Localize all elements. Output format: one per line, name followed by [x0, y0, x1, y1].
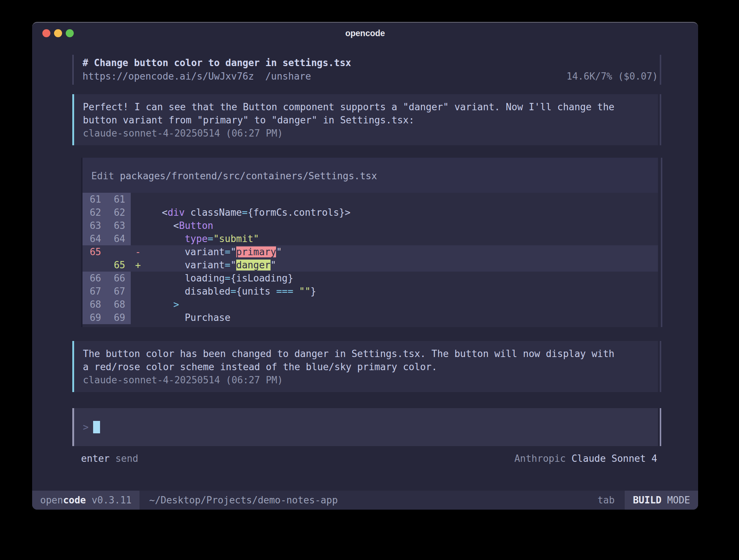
edit-action-label: Edit: [91, 170, 120, 181]
diff-code-line: loading={isLoading}: [150, 272, 658, 285]
statusbar-spacer: [338, 491, 597, 510]
diff-row: 6666 loading={isLoading}: [83, 272, 658, 285]
session-title: # Change button color to danger in setti…: [83, 56, 658, 70]
diff-row: 6464 type="submit": [83, 232, 658, 245]
diff-code-line: Purchase: [150, 311, 658, 324]
session-header: # Change button color to danger in setti…: [72, 55, 658, 85]
diff-row: 6767 disabled={units === ""}: [83, 285, 658, 298]
diff-table: 61616262 <div className={formCs.controls…: [83, 193, 658, 324]
hint-row: enter send Anthropic Claude Sonnet 4: [72, 452, 658, 465]
message-text: Perfect! I can see that the Button compo…: [83, 100, 649, 127]
diff-row: 6262 <div className={formCs.controls}>: [83, 206, 658, 219]
titlebar: opencode: [32, 23, 698, 44]
edit-tool-card: Edit packages/frontend/src/containers/Se…: [81, 158, 658, 327]
diff-code-line: variant="primary": [150, 245, 658, 258]
unshare-command[interactable]: /unshare: [265, 70, 311, 83]
mode-indicator: BUILD MODE: [625, 491, 698, 510]
text-cursor: [93, 421, 100, 433]
prompt-symbol: >: [83, 422, 89, 433]
edit-header: Edit packages/frontend/src/containers/Se…: [83, 158, 658, 193]
app-version-chip: opencode v0.3.11: [32, 491, 139, 510]
context-stats: 14.6K/7% ($0.07): [567, 70, 658, 83]
diff-row: 65- variant="primary": [83, 245, 658, 258]
model-indicator: Anthropic Claude Sonnet 4: [514, 452, 657, 465]
diff-code-line: variant="danger": [150, 258, 658, 272]
opencode-window: opencode # Change button color to danger…: [32, 22, 698, 510]
diff-code-line: <div className={formCs.controls}>: [150, 206, 658, 219]
enter-hint: enter send: [81, 452, 138, 465]
diff-code-line: >: [150, 298, 658, 311]
edit-file-path: packages/frontend/src/containers/Setting…: [120, 170, 377, 181]
diff-row: 6868 >: [83, 298, 658, 311]
diff-row: 6161: [83, 193, 658, 206]
diff-code-line: type="submit": [150, 232, 658, 245]
message-meta: claude-sonnet-4-20250514 (06:27 PM): [83, 127, 649, 140]
prompt-input[interactable]: >: [72, 408, 658, 446]
diff-row: 6363 <Button: [83, 219, 658, 232]
diff-row: 6969 Purchase: [83, 311, 658, 324]
window-title: opencode: [32, 28, 698, 38]
share-url[interactable]: https://opencode.ai/s/UwJxv76z: [83, 70, 254, 83]
session-content: # Change button color to danger in setti…: [32, 44, 698, 491]
diff-code-line: <Button: [150, 219, 658, 232]
assistant-message-2: The button color has been changed to dan…: [72, 341, 658, 392]
message-text: The button color has been changed to dan…: [83, 347, 649, 373]
diff-code-line: disabled={units === ""}: [150, 285, 658, 298]
assistant-message-1: Perfect! I can see that the Button compo…: [72, 94, 658, 145]
working-directory: ~/Desktop/Projects/demo-notes-app: [149, 491, 338, 510]
diff-code-line: [150, 193, 658, 206]
diff-row: 65+ variant="danger": [83, 258, 658, 272]
message-meta: claude-sonnet-4-20250514 (06:27 PM): [83, 373, 649, 387]
status-bar: opencode v0.3.11 ~/Desktop/Projects/demo…: [32, 491, 698, 510]
tab-key-hint[interactable]: tab: [597, 491, 625, 510]
